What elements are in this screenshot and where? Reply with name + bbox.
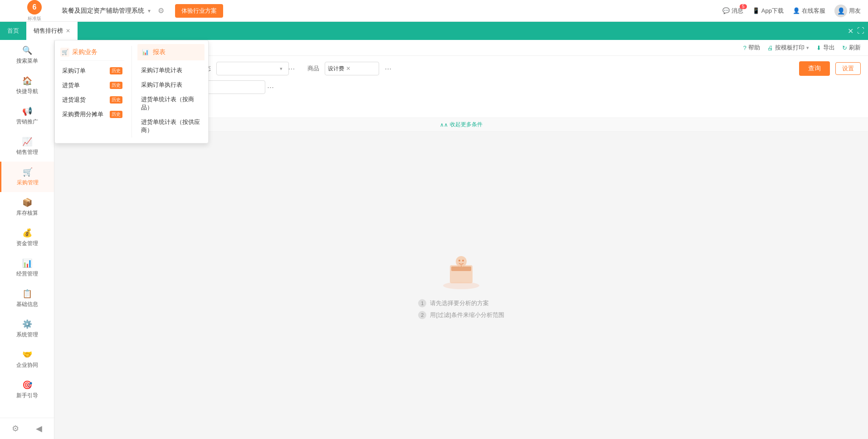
dropdown-col-purchase: 🛒 采购业务 采购订单 历史 进货单 历史 进货退货 历史 采购费用分摊单 历史 — [55, 46, 130, 138]
search-icon: 🔍 — [22, 45, 32, 55]
sidebar: 🔍 搜索菜单 🏠 快捷导航 📢 营销推广 📈 销售管理 🛒 采购管理 📦 库存核… — [0, 40, 54, 439]
dropdown-goods-stat-by-goods[interactable]: 进货单统计表（按商品） — [139, 92, 203, 115]
sidebar-item-newbie[interactable]: 🎯 新手引导 — [0, 375, 54, 405]
sidebar-item-basic-info-label: 基础信息 — [16, 301, 38, 308]
goods-tag-remove[interactable]: ✕ — [346, 65, 351, 72]
tip-num-1: 1 — [418, 299, 426, 307]
sidebar-item-quick-nav-label: 快捷导航 — [16, 88, 38, 95]
tab-expand-icon[interactable]: ⛶ — [857, 27, 864, 35]
query-btn[interactable]: 查询 — [799, 61, 830, 76]
doc-status-more[interactable]: ··· — [288, 64, 295, 74]
tab-bar-actions: ✕ ⛶ — [848, 27, 868, 35]
goods-more[interactable]: ··· — [385, 64, 391, 74]
svg-point-5 — [462, 260, 464, 261]
messages-item[interactable]: 💬 消息 5 — [722, 7, 743, 15]
refresh-icon: ↻ — [842, 44, 847, 51]
goods-tag-label: 设计费 — [328, 65, 344, 73]
export-btn[interactable]: ⬇ 导出 — [816, 44, 835, 52]
system-settings-icon[interactable]: ⚙ — [158, 6, 164, 15]
service-icon: 👤 — [793, 7, 800, 14]
collapse-up-icon: ∧∧ — [440, 122, 448, 128]
sidebar-item-purchase-label: 采购管理 — [17, 179, 39, 187]
tip-1-text: 请先选择要分析的方案 — [430, 299, 489, 307]
sidebar-collapse-icon[interactable]: ◀ — [36, 424, 42, 434]
dropdown-goods-return[interactable]: 进货退货 历史 — [60, 93, 124, 107]
marketing-icon: 📢 — [22, 106, 32, 116]
print-icon: 🖨 — [767, 44, 773, 51]
dropdown-goods-receipt[interactable]: 进货单 历史 — [60, 78, 124, 93]
enterprise-icon: 🤝 — [22, 350, 32, 360]
dropdown-purchase-expense[interactable]: 采购费用分摊单 历史 — [60, 107, 124, 122]
refresh-label: 刷新 — [849, 44, 861, 52]
top-header: 6 标准版 装餐及固定资产辅助管理系统 ▾ ⚙ 体验行业方案 💬 消息 5 📱 … — [0, 0, 868, 22]
export-label: 导出 — [823, 44, 835, 52]
print-btn[interactable]: 🖨 按模板打印 ▾ — [767, 44, 809, 52]
system-title-text: 装餐及固定资产辅助管理系统 — [62, 7, 144, 15]
tab-sales-rank[interactable]: 销售排行榜 ✕ — [26, 22, 78, 40]
goods-tag: 设计费 ✕ — [328, 65, 351, 73]
empty-illustration — [439, 252, 484, 294]
export-icon: ⬇ — [816, 44, 821, 51]
sidebar-item-search[interactable]: 🔍 搜索菜单 — [0, 40, 54, 70]
print-label: 按模板打印 — [775, 44, 805, 52]
inventory-icon: 📦 — [22, 197, 32, 207]
sidebar-item-inventory[interactable]: 📦 库存核算 — [0, 192, 54, 222]
dropdown-purchase-order-exec[interactable]: 采购订单执行表 — [139, 78, 203, 92]
app-download-item[interactable]: 📱 App下载 — [752, 7, 784, 15]
sidebar-item-sales-label: 销售管理 — [16, 148, 38, 156]
purchase-expense-history-badge: 历史 — [110, 111, 122, 118]
collapse-label: 收起更多条件 — [450, 121, 483, 128]
system-title-arrow-icon[interactable]: ▾ — [148, 8, 151, 14]
messages-badge: 5 — [740, 4, 747, 9]
sidebar-item-marketing[interactable]: 📢 营销推广 — [0, 101, 54, 131]
sidebar-item-enterprise[interactable]: 🤝 企业协同 — [0, 344, 54, 375]
basic-info-icon: 📋 — [22, 289, 32, 299]
doc-status-input[interactable] — [216, 62, 289, 75]
empty-svg — [439, 252, 484, 292]
doc-status-dropdown-icon[interactable]: ▾ — [280, 66, 283, 72]
settings-btn[interactable]: 设置 — [835, 62, 861, 75]
help-btn[interactable]: ? 帮助 — [743, 44, 760, 52]
tab-close-icon[interactable]: ✕ — [66, 28, 70, 34]
dropdown-goods-stat-by-supplier[interactable]: 进货单统计表（按供应商） — [139, 115, 203, 138]
dropdown-cols: 🛒 采购业务 采购订单 历史 进货单 历史 进货退货 历史 采购费用分摊单 历史 — [55, 46, 208, 138]
sidebar-item-sales[interactable]: 📈 销售管理 — [0, 131, 54, 162]
tip-num-2: 2 — [418, 311, 426, 319]
sidebar-item-quick-nav[interactable]: 🏠 快捷导航 — [0, 70, 54, 101]
online-service-item[interactable]: 👤 在线客服 — [793, 7, 825, 15]
report-title-label: 报表 — [153, 48, 166, 56]
dropdown-purchase-order[interactable]: 采购订单 历史 — [60, 64, 124, 78]
sidebar-item-operations[interactable]: 📊 经营管理 — [0, 253, 54, 283]
purchase-dropdown: 🛒 采购业务 采购订单 历史 进货单 历史 进货退货 历史 采购费用分摊单 历史 — [54, 40, 209, 143]
sidebar-item-newbie-label: 新手引导 — [16, 392, 38, 400]
sales-icon: 📈 — [22, 137, 32, 147]
sidebar-item-operations-label: 经营管理 — [16, 270, 38, 278]
sidebar-item-system-label: 系统管理 — [16, 331, 38, 339]
svg-point-4 — [458, 260, 460, 261]
sidebar-item-purchase[interactable]: 🛒 采购管理 — [0, 162, 54, 192]
empty-tip-2: 2 用[过滤]条件来缩小分析范围 — [418, 311, 504, 319]
app-download-label: App下载 — [761, 7, 784, 15]
logo-subtitle: 标准版 — [28, 15, 41, 22]
svg-rect-2 — [451, 266, 471, 271]
tab-home[interactable]: 首页 — [0, 22, 26, 40]
refresh-btn[interactable]: ↻ 刷新 — [842, 44, 861, 52]
user-item[interactable]: 👤 用友 — [834, 5, 861, 17]
industry-btn[interactable]: 体验行业方案 — [175, 4, 223, 18]
sidebar-item-system[interactable]: ⚙️ 系统管理 — [0, 314, 54, 344]
sidebar-settings-icon[interactable]: ⚙ — [12, 424, 19, 434]
logo-area: 6 标准版 — [7, 0, 62, 22]
sidebar-item-enterprise-label: 企业协同 — [16, 361, 38, 369]
tab-close-all-icon[interactable]: ✕ — [848, 27, 853, 35]
sidebar-item-finance[interactable]: 💰 资金管理 — [0, 222, 54, 253]
goods-input-wrap[interactable]: 设计费 ✕ — [325, 62, 379, 75]
salesperson-more[interactable]: ··· — [267, 83, 274, 92]
print-dropdown-icon[interactable]: ▾ — [806, 45, 809, 51]
goods-return-history-badge: 历史 — [110, 96, 122, 104]
sidebar-item-search-label: 搜索菜单 — [16, 57, 38, 65]
dropdown-purchase-order-stat[interactable]: 采购订单统计表 — [139, 63, 203, 78]
sidebar-footer: ⚙ ◀ — [0, 418, 54, 439]
sidebar-item-basic-info[interactable]: 📋 基础信息 — [0, 283, 54, 314]
user-label: 用友 — [849, 7, 861, 15]
sidebar-item-marketing-label: 营销推广 — [16, 118, 38, 126]
